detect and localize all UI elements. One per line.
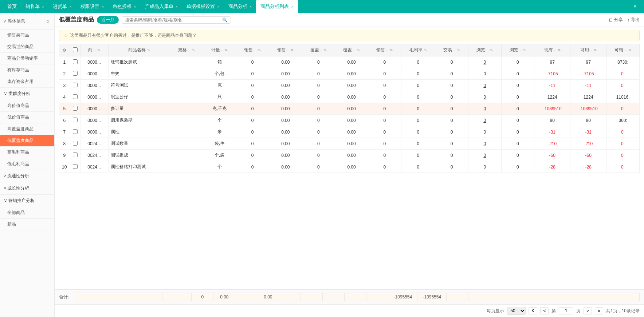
sidebar-item-low-value[interactable]: 低价值商品 — [0, 112, 54, 123]
nav-close-icon[interactable]: × — [176, 4, 178, 9]
nav-home[interactable]: 首页 — [3, 0, 21, 13]
sidebar-collapse-button[interactable]: « — [44, 15, 51, 27]
row-view1[interactable]: 0 — [468, 56, 501, 68]
col-checkbox[interactable] — [70, 44, 80, 56]
row-select-checkbox[interactable] — [73, 129, 78, 134]
nav-close-icon[interactable]: × — [134, 4, 136, 9]
sidebar-section-marketing[interactable]: ∨ 营销推广分析 — [0, 195, 54, 207]
sidebar-item-traded-goods[interactable]: 交易过的商品 — [0, 41, 54, 53]
row-select-checkbox[interactable] — [73, 106, 78, 111]
row-view1[interactable]: 0 — [468, 126, 501, 138]
col-sales-qty[interactable]: 销售... ⇅ — [236, 44, 269, 56]
row-name: 启用保质期 — [108, 115, 170, 126]
col-available-stock[interactable]: 可用... ⇅ — [570, 44, 606, 56]
sidebar-section-liquidity[interactable]: > 流通性分析 — [0, 170, 54, 182]
row-view1[interactable]: 0 — [468, 80, 501, 91]
sidebar-item-low-coverage[interactable]: 低覆盖度商品 — [0, 135, 54, 147]
col-name[interactable]: 商品名称 ⇅ — [108, 44, 170, 56]
nav-permission[interactable]: 权限设置 × — [76, 0, 108, 13]
page-size-select[interactable]: 50 20 100 — [507, 307, 526, 315]
sidebar-item-high-value[interactable]: 高价值商品 — [0, 100, 54, 112]
col-unit[interactable]: 计量... ⇅ — [203, 44, 236, 56]
search-input[interactable] — [125, 17, 222, 23]
row-view1[interactable]: 0 — [468, 115, 501, 126]
nav-product-analysis-list[interactable]: 商品分析列表 × — [256, 0, 298, 13]
col-view2[interactable]: 浏览... ⇅ — [501, 44, 534, 56]
col-spec[interactable]: 规格... ⇅ — [170, 44, 203, 56]
nav-close-icon[interactable]: × — [102, 4, 104, 9]
row-checkbox[interactable] — [70, 103, 80, 115]
sidebar-section-cluster[interactable]: ∨ 类群度分析 — [0, 88, 54, 100]
col-view1[interactable]: 浏览... ⇅ — [468, 44, 501, 56]
row-checkbox[interactable] — [70, 68, 80, 80]
time-filter-button[interactable]: 近一月 — [97, 16, 119, 24]
sidebar-item-in-stock[interactable]: 有库存商品 — [0, 64, 54, 76]
nav-close-icon[interactable]: × — [250, 4, 252, 9]
row-select-checkbox[interactable] — [73, 118, 78, 122]
nav-product-warehouse[interactable]: 产成品入库单 × — [141, 0, 182, 13]
nav-close-icon[interactable]: × — [291, 4, 293, 9]
sidebar-item-low-margin[interactable]: 低毛利商品 — [0, 158, 54, 170]
row-unit: 袋,件 — [203, 138, 236, 150]
row-checkbox[interactable] — [70, 161, 80, 173]
row-select-checkbox[interactable] — [73, 59, 78, 64]
page-number-input[interactable] — [559, 307, 573, 314]
row-checkbox[interactable] — [70, 80, 80, 91]
row-select-checkbox[interactable] — [73, 152, 78, 157]
row-checkbox[interactable] — [70, 150, 80, 161]
col-gross-margin[interactable]: 毛利率 ⇅ — [401, 44, 435, 56]
top-navigation: 首页 销售单 × 进货单 × 权限设置 × 角色授权 × 产成品入库单 × 单据… — [0, 0, 644, 13]
last-page-button[interactable]: » — [595, 307, 603, 314]
row-checkbox[interactable] — [70, 126, 80, 138]
sidebar-item-high-margin[interactable]: 高毛利商品 — [0, 147, 54, 158]
row-sellable: 0: — [606, 68, 640, 80]
col-cover1[interactable]: 覆盖... ⇅ — [302, 44, 335, 56]
nav-template-settings[interactable]: 单据模板设置 × — [182, 0, 224, 13]
nav-close-icon[interactable]: × — [69, 4, 71, 9]
sidebar-section-growth[interactable]: > 成长性分析 — [0, 182, 54, 195]
col-sellable[interactable]: 可销... ⇅ — [606, 44, 640, 56]
sidebar-item-stock-funds[interactable]: 库存资金占用 — [0, 76, 54, 88]
first-page-button[interactable]: K — [529, 307, 537, 314]
col-current-stock[interactable]: 现有... ⇅ — [534, 44, 570, 56]
nav-close-icon[interactable]: × — [217, 4, 219, 9]
row-select-checkbox[interactable] — [73, 94, 78, 99]
nav-purchase-order[interactable]: 进货单 × — [48, 0, 76, 13]
sidebar-item-new-goods[interactable]: 新品 — [0, 219, 54, 230]
sidebar-item-category-turnover[interactable]: 商品分类动销率 — [0, 53, 54, 64]
row-select-checkbox[interactable] — [73, 71, 78, 76]
row-view1[interactable]: 0 — [468, 68, 501, 80]
row-current-stock: 1224 — [534, 91, 570, 103]
select-all-checkbox[interactable] — [73, 47, 78, 52]
col-settings[interactable]: ⚙ — [59, 44, 70, 56]
row-view1[interactable]: 0 — [468, 103, 501, 115]
prev-page-button[interactable]: < — [540, 307, 549, 314]
nav-close-icon[interactable]: × — [42, 4, 44, 9]
row-select-checkbox[interactable] — [73, 164, 78, 169]
row-checkbox[interactable] — [70, 56, 80, 68]
col-cover2[interactable]: 覆盖... ⇅ — [335, 44, 368, 56]
nav-product-analysis[interactable]: 商品分析 × — [224, 0, 256, 13]
col-sales3[interactable]: 销售... ⇅ — [368, 44, 401, 56]
row-view1[interactable]: 0 — [468, 150, 501, 161]
export-button[interactable]: ↑ 导出 — [627, 17, 640, 23]
col-trade[interactable]: 交易... ⇅ — [435, 44, 468, 56]
row-select-checkbox[interactable] — [73, 141, 78, 146]
sidebar-item-all-goods[interactable]: 全部商品 — [0, 207, 54, 219]
col-sales-amt[interactable]: 销售... ⇅ — [269, 44, 302, 56]
row-view1[interactable]: 0 — [468, 161, 501, 173]
row-select-checkbox[interactable] — [73, 83, 78, 87]
next-page-button[interactable]: > — [584, 307, 592, 314]
row-checkbox[interactable] — [70, 138, 80, 150]
row-checkbox[interactable] — [70, 115, 80, 126]
share-button[interactable]: ⊡ 分享 — [609, 17, 623, 23]
col-code[interactable]: 商... ⇅ — [80, 44, 108, 56]
window-close-button[interactable]: × — [629, 3, 641, 10]
nav-sales-order[interactable]: 销售单 × — [21, 0, 48, 13]
row-checkbox[interactable] — [70, 91, 80, 103]
row-view1[interactable]: 0 — [468, 138, 501, 150]
sidebar-item-high-coverage[interactable]: 高覆盖度商品 — [0, 123, 54, 135]
nav-role-auth[interactable]: 角色授权 × — [108, 0, 140, 13]
sidebar-item-sales-goods[interactable]: 销售类商品 — [0, 29, 54, 41]
row-view1[interactable]: 0 — [468, 91, 501, 103]
